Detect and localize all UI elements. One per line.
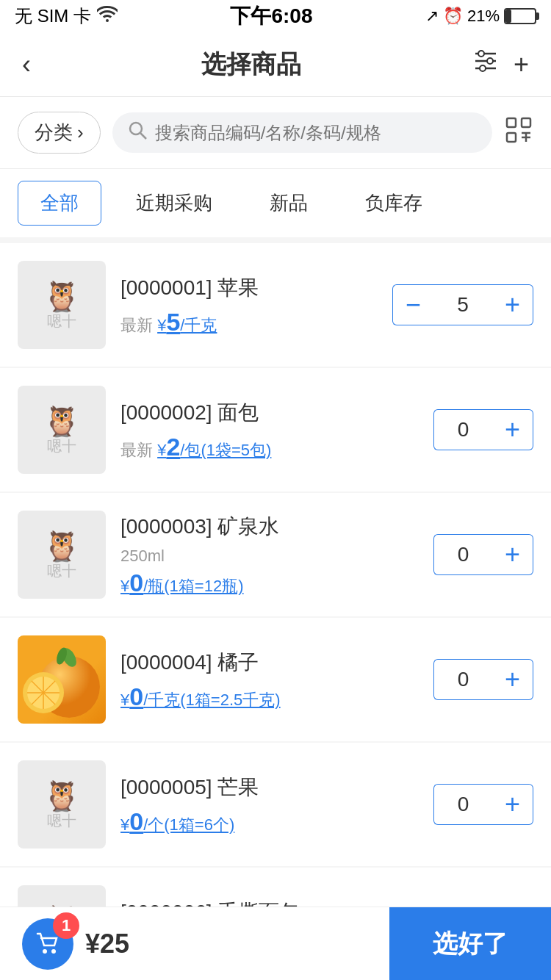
quantity-increase-button[interactable]: + <box>492 409 533 450</box>
status-bar: 无 SIM 卡 下午6:08 ↗ ⏰ 21% <box>0 0 551 32</box>
product-spec: 250ml <box>120 547 419 566</box>
product-price: ¥0/个(1箱=6个) <box>120 807 419 836</box>
battery-icon <box>504 8 536 24</box>
svg-point-6 <box>130 123 142 134</box>
quantity-increase-button[interactable]: + <box>492 784 533 825</box>
quantity-input[interactable] <box>433 534 492 575</box>
page-title: 选择商品 <box>201 48 301 82</box>
quantity-control: − + <box>392 284 533 325</box>
wifi-icon <box>97 6 118 26</box>
search-icon <box>127 120 148 145</box>
nav-bar: ‹ 选择商品 + <box>0 32 551 97</box>
quantity-decrease-button[interactable]: − <box>392 284 433 325</box>
product-name: [0000002] 面包 <box>120 399 419 427</box>
status-time: 下午6:08 <box>230 2 312 30</box>
product-image: 🦉 嗯十 <box>18 261 106 349</box>
product-price: 最新 ¥2/包(1袋=5包) <box>120 433 419 461</box>
product-list: 🦉 嗯十 [0000001] 苹果 最新 ¥5/千克 − + 🦉 嗯十 [000… <box>0 243 551 980</box>
svg-rect-10 <box>507 133 516 142</box>
category-button[interactable]: 分类 › <box>18 112 101 154</box>
list-item: 🦉 嗯十 [0000003] 矿泉水 250ml ¥0/瓶(1箱=12瓶) + <box>0 493 551 616</box>
nav-actions: + <box>472 48 529 81</box>
product-image <box>18 635 106 724</box>
cart-badge: 1 <box>53 912 79 939</box>
product-price: ¥0/千克(1箱=2.5千克) <box>120 682 419 711</box>
tab-all[interactable]: 全部 <box>18 181 101 226</box>
tab-recent[interactable]: 近期采购 <box>113 181 235 226</box>
status-right: ↗ ⏰ 21% <box>425 7 536 26</box>
location-icon: ↗ <box>425 7 439 26</box>
quantity-control: + <box>433 784 533 825</box>
list-item: 🦉 嗯十 [0000005] 芒果 ¥0/个(1箱=6个) + <box>0 743 551 866</box>
quantity-increase-button[interactable]: + <box>492 659 533 700</box>
search-input[interactable] <box>155 123 478 143</box>
product-image: 🦉 嗯十 <box>18 386 106 474</box>
cart-total: ¥25 <box>85 929 129 959</box>
bottom-bar: 1 ¥25 选好了 <box>0 907 551 980</box>
carrier-text: 无 SIM 卡 <box>15 4 91 28</box>
filter-icon[interactable] <box>472 48 499 81</box>
product-price: ¥0/瓶(1箱=12瓶) <box>120 569 419 597</box>
quantity-control: + <box>433 534 533 575</box>
product-image: 🦉 嗯十 <box>18 760 106 849</box>
category-label: 分类 <box>35 120 73 145</box>
product-name: [0000005] 芒果 <box>120 774 419 801</box>
quantity-control: + <box>433 409 533 450</box>
add-icon[interactable]: + <box>514 49 529 80</box>
cart-icon-wrap[interactable]: 1 <box>22 918 73 970</box>
battery-percent: 21% <box>467 7 500 26</box>
product-info: [0000003] 矿泉水 250ml ¥0/瓶(1箱=12瓶) <box>120 513 419 597</box>
quantity-input[interactable] <box>433 409 492 450</box>
product-info: [0000005] 芒果 ¥0/个(1箱=6个) <box>120 774 419 836</box>
cart-area: 1 ¥25 <box>0 918 389 970</box>
svg-point-5 <box>480 65 486 71</box>
product-name: [0000003] 矿泉水 <box>120 513 419 541</box>
tab-negative[interactable]: 负库存 <box>342 181 445 226</box>
scan-icon[interactable] <box>504 115 533 151</box>
svg-line-7 <box>140 133 146 139</box>
confirm-button[interactable]: 选好了 <box>389 907 551 981</box>
orange-illustration <box>18 635 106 724</box>
quantity-increase-button[interactable]: + <box>492 534 533 575</box>
filter-tabs: 全部 近期采购 新品 负库存 <box>0 169 551 243</box>
quantity-input[interactable] <box>433 284 492 325</box>
quantity-input[interactable] <box>433 784 492 825</box>
back-button[interactable]: ‹ <box>22 49 31 80</box>
product-info: [0000001] 苹果 最新 ¥5/千克 <box>120 274 378 336</box>
search-bar: 分类 › <box>0 97 551 169</box>
product-info: [0000002] 面包 最新 ¥2/包(1袋=5包) <box>120 399 419 461</box>
product-name: [0000001] 苹果 <box>120 274 378 302</box>
status-left: 无 SIM 卡 <box>15 4 118 28</box>
product-image: 🦉 嗯十 <box>18 511 106 599</box>
svg-point-25 <box>51 949 56 954</box>
svg-rect-9 <box>522 118 530 127</box>
list-item: 🦉 嗯十 [0000001] 苹果 最新 ¥5/千克 − + <box>0 243 551 367</box>
search-input-wrap <box>112 112 492 153</box>
svg-point-24 <box>43 949 47 954</box>
quantity-increase-button[interactable]: + <box>492 284 533 325</box>
quantity-control: + <box>433 659 533 700</box>
svg-rect-8 <box>507 118 516 127</box>
product-info: [0000004] 橘子 ¥0/千克(1箱=2.5千克) <box>120 649 419 711</box>
product-price: 最新 ¥5/千克 <box>120 308 378 336</box>
svg-point-3 <box>478 51 484 57</box>
quantity-input[interactable] <box>433 659 492 700</box>
svg-point-4 <box>487 58 493 64</box>
category-chevron: › <box>77 121 84 144</box>
alarm-icon: ⏰ <box>443 7 463 26</box>
product-name: [0000004] 橘子 <box>120 649 419 677</box>
tab-new[interactable]: 新品 <box>247 181 331 226</box>
list-item: [0000004] 橘子 ¥0/千克(1箱=2.5千克) + <box>0 618 551 741</box>
list-item: 🦉 嗯十 [0000002] 面包 最新 ¥2/包(1袋=5包) + <box>0 368 551 491</box>
